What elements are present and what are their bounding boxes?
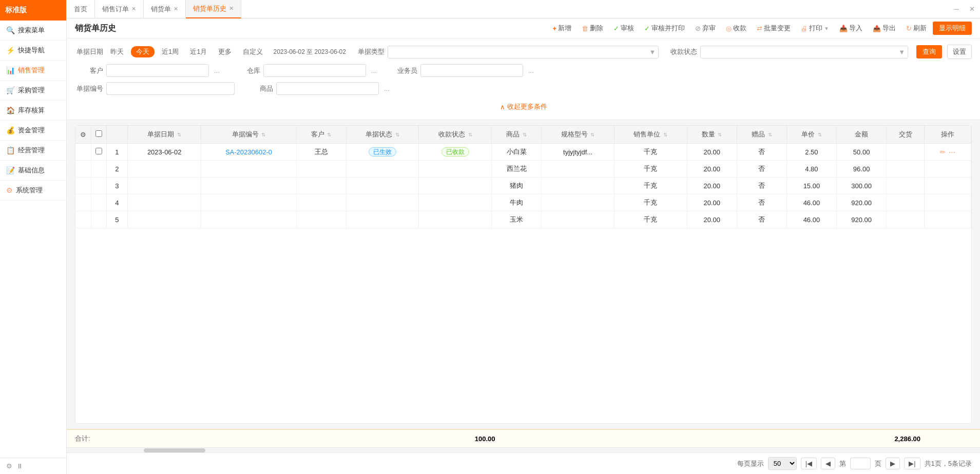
col-settings[interactable]: ⚙: [75, 126, 91, 144]
goods-ellipsis-btn[interactable]: ...: [382, 84, 392, 93]
col-gift[interactable]: 赠品 ⇅: [737, 126, 786, 144]
page-first-btn[interactable]: |◀: [801, 458, 817, 469]
page-prev-btn[interactable]: ◀: [821, 458, 835, 469]
import-button[interactable]: 📥 导入: [835, 22, 867, 35]
date-tab-more[interactable]: 更多: [214, 46, 236, 57]
col-doc-status[interactable]: 单据状态 ⇅: [346, 126, 419, 144]
collect-icon: ◎: [726, 25, 732, 32]
batch-change-button[interactable]: ⇄ 批量变更: [753, 22, 795, 35]
pause-icon[interactable]: ⏸: [16, 462, 23, 470]
doc-no-link[interactable]: SA-20230602-0: [225, 148, 272, 156]
settings-button[interactable]: 设置: [947, 45, 972, 59]
sidebar-item-sales-mgmt[interactable]: 📊 销售管理: [0, 61, 66, 81]
pay-status-badge: 已收款: [441, 147, 469, 156]
audit-print-button[interactable]: ✓ 审核并打印: [640, 22, 689, 35]
sidebar-item-inventory[interactable]: 🏠 库存核算: [0, 101, 66, 121]
page-last-btn[interactable]: ▶|: [904, 458, 920, 469]
tab-sales-goods-close[interactable]: ✕: [174, 6, 178, 12]
query-button[interactable]: 查询: [916, 45, 942, 58]
col-price[interactable]: 单价 ⇅: [786, 126, 836, 144]
cell-unit: 千克: [614, 211, 687, 228]
date-tab-week[interactable]: 近1周: [158, 46, 183, 57]
filter-collapse-btn[interactable]: ∧ 收起更多条件: [75, 100, 972, 113]
staff-ellipsis-btn[interactable]: ...: [526, 66, 536, 75]
cell-check: [91, 161, 106, 177]
tab-sales-history[interactable]: 销货单历史 ✕: [186, 0, 241, 18]
goods-input[interactable]: [276, 82, 379, 95]
sidebar-item-search-menu[interactable]: 🔍 搜索菜单: [0, 21, 66, 41]
warehouse-label: 仓库: [232, 66, 260, 75]
settings-icon[interactable]: ⚙: [6, 462, 12, 470]
date-tab-month[interactable]: 近1月: [186, 46, 211, 57]
customer-ellipsis-btn[interactable]: ...: [212, 66, 222, 75]
tab-sales-order-close[interactable]: ✕: [131, 6, 136, 12]
cell-spec: [542, 194, 614, 211]
row-checkbox[interactable]: [95, 148, 102, 154]
col-doc-date[interactable]: 单据日期 ⇅: [128, 126, 201, 144]
collect-button[interactable]: ◎ 收款: [722, 22, 751, 35]
tab-sales-goods[interactable]: 销货单 ✕: [144, 0, 186, 18]
inventory-icon: 🏠: [6, 106, 15, 114]
customer-input[interactable]: [106, 64, 209, 77]
horizontal-scrollbar[interactable]: [67, 447, 980, 452]
col-unit[interactable]: 销售单位 ⇅: [614, 126, 687, 144]
page-next-btn[interactable]: ▶: [886, 458, 900, 469]
tab-sales-history-close[interactable]: ✕: [229, 5, 234, 12]
edit-action-btn[interactable]: ✏: [938, 148, 947, 156]
col-doc-no[interactable]: 单据编号 ⇅: [201, 126, 296, 144]
abandon-button[interactable]: ⊘ 弃审: [691, 22, 720, 35]
col-qty[interactable]: 数量 ⇅: [687, 126, 737, 144]
cell-pay-status: [419, 194, 492, 211]
scrollbar-thumb[interactable]: [144, 448, 205, 452]
refresh-button[interactable]: ↻ 刷新: [902, 22, 931, 35]
new-icon: +: [553, 25, 557, 32]
date-tab-today[interactable]: 今天: [131, 46, 155, 57]
sidebar-item-basic-info[interactable]: 📝 基础信息: [0, 161, 66, 181]
sidebar-item-sys-mgmt[interactable]: ⚙ 系统管理: [0, 181, 66, 201]
cell-doc-date: [128, 177, 201, 194]
sidebar-item-ops-mgmt[interactable]: 📋 经营管理: [0, 141, 66, 161]
window-minimize-btn[interactable]: ─: [949, 5, 964, 13]
filter-warehouse: 仓库 ...: [232, 64, 379, 77]
doc-no-sort-icon: ⇅: [261, 132, 265, 137]
cell-settings: [75, 211, 91, 228]
tab-sales-goods-label: 销货单: [151, 5, 171, 14]
new-button[interactable]: + 新增: [549, 22, 576, 35]
sidebar-item-purchase-mgmt[interactable]: 🛒 采购管理: [0, 81, 66, 101]
per-page-select[interactable]: 50 100: [768, 457, 797, 470]
sidebar-item-quick-nav[interactable]: ⚡ 快捷导航: [0, 41, 66, 61]
col-customer[interactable]: 客户 ⇅: [296, 126, 346, 144]
tab-sales-order-label: 销售订单: [102, 5, 129, 14]
doc-type-select[interactable]: [388, 46, 659, 58]
table-row: 1 2023-06-02 SA-20230602-0 王总 已生效 已收款 小白…: [75, 144, 971, 161]
sidebar-item-label: 经营管理: [18, 146, 45, 155]
export-button[interactable]: 📤 导出: [869, 22, 900, 35]
col-goods[interactable]: 商品 ⇅: [492, 126, 542, 144]
date-tab-custom[interactable]: 自定义: [239, 46, 267, 57]
sidebar-item-fund-mgmt[interactable]: 💰 资金管理: [0, 121, 66, 141]
tab-sales-order[interactable]: 销售订单 ✕: [95, 0, 144, 18]
footer-values: 100.00 2,286.00: [101, 435, 972, 443]
cell-doc-status: [346, 161, 419, 177]
audit-button[interactable]: ✓ 审核: [609, 22, 638, 35]
pay-status-select[interactable]: [700, 46, 908, 58]
warehouse-ellipsis-btn[interactable]: ...: [369, 66, 379, 75]
delete-button[interactable]: 🗑 删除: [578, 22, 607, 35]
doc-no-input[interactable]: [106, 82, 235, 95]
warehouse-input[interactable]: [263, 64, 366, 77]
window-close-btn[interactable]: ✕: [964, 5, 980, 13]
staff-input[interactable]: [420, 64, 523, 77]
cell-doc-date: 2023-06-02: [128, 144, 201, 161]
col-pay-status[interactable]: 收款状态 ⇅: [419, 126, 492, 144]
col-spec[interactable]: 规格型号 ⇅: [542, 126, 614, 144]
date-tab-yesterday[interactable]: 昨天: [106, 46, 128, 57]
more-action-btn[interactable]: ⋯: [947, 148, 957, 156]
filter-pay-status: 收款状态 ▼ 查询 设置: [669, 45, 972, 59]
cell-settings: [75, 161, 91, 177]
select-all-checkbox[interactable]: [95, 130, 102, 137]
show-detail-button[interactable]: 显示明细: [933, 22, 972, 35]
tab-home[interactable]: 首页: [67, 0, 95, 18]
page-input[interactable]: 1: [850, 458, 871, 469]
collect-label: 收款: [733, 24, 746, 33]
print-button[interactable]: 🖨 打印 ▼: [797, 22, 833, 35]
